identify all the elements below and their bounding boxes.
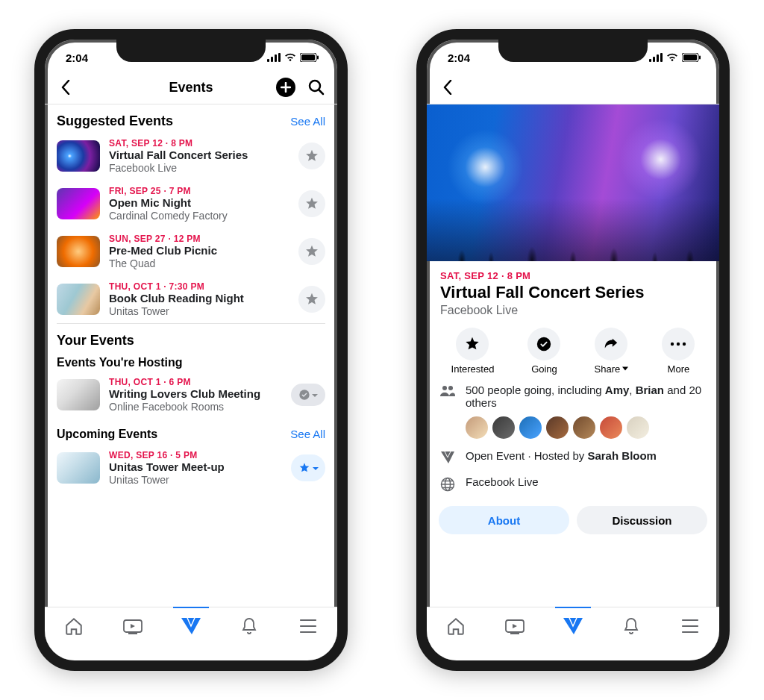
svg-point-17 (537, 337, 551, 351)
section-hosting-title: Events You're Hosting (45, 351, 337, 371)
event-name: Pre-Med Club Picnic (109, 244, 289, 257)
status-time: 2:04 (448, 51, 470, 64)
tab-bar (427, 607, 719, 660)
event-row[interactable]: THU, OCT 1 · 6 PM Writing Lovers Club Me… (45, 371, 337, 419)
search-button[interactable] (306, 77, 327, 98)
svg-rect-2 (275, 54, 277, 62)
avatar[interactable] (627, 416, 649, 439)
tab-about[interactable]: About (439, 506, 569, 534)
going-info[interactable]: 500 people going, including Amy, Brian a… (427, 379, 719, 413)
event-cover-image[interactable] (427, 104, 719, 261)
svg-rect-3 (278, 53, 281, 62)
action-more[interactable]: More (662, 328, 695, 375)
event-row[interactable]: WED, SEP 16 · 5 PM Unitas Tower Meet-up … (45, 444, 337, 492)
platform-info[interactable]: Facebook Live (427, 471, 719, 499)
bell-icon (240, 616, 258, 636)
event-row[interactable]: SAT, SEP 12 · 8 PM Virtual Fall Concert … (45, 132, 337, 180)
tab-watch[interactable] (501, 615, 528, 637)
tab-discussion[interactable]: Discussion (577, 506, 707, 534)
events-content[interactable]: Suggested Events See All SAT, SEP 12 · 8… (45, 104, 337, 607)
share-icon (603, 336, 619, 352)
tab-notifications[interactable] (236, 615, 263, 637)
tab-home[interactable] (60, 615, 87, 637)
wifi-icon (284, 53, 296, 62)
action-going[interactable]: Going (527, 328, 560, 375)
chevron-down-icon (313, 467, 319, 473)
status-icons (267, 53, 319, 62)
back-button[interactable] (55, 77, 76, 98)
side-button (34, 137, 35, 159)
attendee-avatars[interactable] (427, 413, 719, 445)
event-name: Book Club Reading Night (109, 292, 289, 305)
svg-rect-13 (660, 53, 663, 62)
actions-row: Interested Going Share More (427, 317, 719, 379)
side-button (34, 174, 35, 215)
tab-campus[interactable] (560, 615, 586, 637)
event-location: Cardinal Comedy Factory (109, 210, 289, 222)
tab-menu[interactable] (677, 615, 704, 637)
event-date: SUN, SEP 27 · 12 PM (109, 234, 289, 244)
avatar[interactable] (546, 416, 569, 439)
svg-rect-15 (683, 54, 697, 60)
event-row[interactable]: THU, OCT 1 · 7:30 PM Book Club Reading N… (45, 275, 337, 323)
wifi-icon (666, 53, 678, 62)
see-all-upcoming[interactable]: See All (290, 428, 325, 440)
action-interested[interactable]: Interested (451, 328, 495, 375)
avatar[interactable] (600, 416, 622, 439)
event-location: Unitas Tower (109, 305, 289, 317)
tab-home[interactable] (442, 615, 469, 637)
svg-rect-1 (271, 57, 273, 62)
interested-button[interactable] (298, 238, 325, 265)
svg-point-18 (671, 343, 674, 346)
star-icon (304, 149, 319, 163)
avatar[interactable] (492, 416, 515, 439)
svg-point-19 (677, 343, 680, 346)
signal-icon (649, 53, 663, 62)
platform-text: Facebook Live (466, 475, 539, 488)
event-row[interactable]: FRI, SEP 25 · 7 PM Open Mic Night Cardin… (45, 180, 337, 228)
plus-icon (281, 82, 291, 93)
interested-button[interactable] (298, 286, 325, 313)
interested-status-button[interactable] (291, 454, 325, 481)
event-date: THU, OCT 1 · 6 PM (109, 377, 282, 387)
event-thumb (57, 284, 100, 315)
event-name: Open Mic Night (109, 196, 289, 210)
tab-notifications[interactable] (618, 615, 645, 637)
event-name: Writing Lovers Club Meeting (109, 387, 282, 401)
event-date: WED, SEP 16 · 5 PM (109, 450, 282, 460)
hosted-by-info[interactable]: Open Event · Hosted by Sarah Bloom (427, 445, 719, 471)
going-status-button[interactable] (291, 384, 325, 406)
event-thumb (57, 452, 100, 484)
side-button (34, 222, 35, 263)
navbar (427, 71, 719, 104)
status-icons (649, 53, 701, 62)
tab-watch[interactable] (119, 615, 146, 637)
action-share[interactable]: Share (595, 328, 629, 375)
event-date: FRI, SEP 25 · 7 PM (109, 186, 289, 196)
notch (116, 40, 266, 62)
tab-menu[interactable] (295, 615, 322, 637)
create-event-button[interactable] (276, 78, 295, 97)
avatar[interactable] (573, 416, 595, 439)
avatar[interactable] (519, 416, 542, 439)
svg-point-22 (448, 386, 453, 390)
event-detail-content[interactable]: SAT, SEP 12 · 8 PM Virtual Fall Concert … (427, 104, 719, 607)
event-row[interactable]: SUN, SEP 27 · 12 PM Pre-Med Club Picnic … (45, 228, 337, 275)
home-icon (446, 616, 466, 636)
phone-event-detail: 2:04 SAT, SEP 12 · 8 PM Virtual Fall Con… (416, 29, 730, 671)
people-icon (440, 385, 455, 397)
interested-button[interactable] (298, 190, 325, 217)
chevron-down-icon (312, 394, 318, 400)
event-name: Unitas Tower Meet-up (109, 460, 282, 474)
see-all-suggested[interactable]: See All (290, 115, 325, 128)
event-thumb (57, 236, 100, 267)
interested-button[interactable] (298, 143, 325, 169)
star-icon (304, 292, 319, 307)
tab-campus[interactable] (178, 615, 204, 637)
event-location: Online Facebook Rooms (109, 401, 282, 413)
home-icon (64, 616, 84, 636)
back-button[interactable] (437, 77, 458, 98)
phone-events-list: 2:04 Events Suggested Events See All (34, 29, 348, 671)
event-thumb (57, 379, 100, 410)
avatar[interactable] (466, 416, 488, 439)
